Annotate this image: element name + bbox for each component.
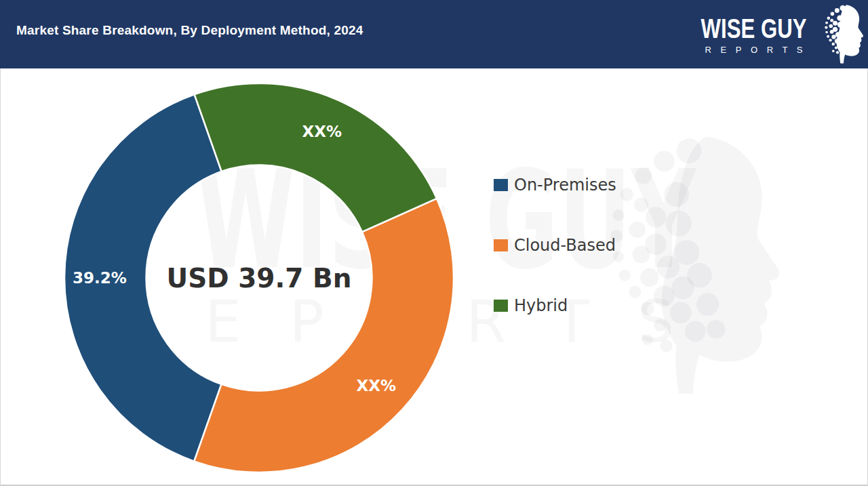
logo-subtext: R E P O R T S: [702, 45, 806, 55]
slice-percentage-label: XX%: [302, 123, 342, 140]
legend-swatch: [494, 179, 508, 191]
legend-swatch: [494, 239, 508, 251]
chart-legend: On-PremisesCloud-BasedHybrid: [494, 176, 616, 357]
logo-wordmark: WISE GUY: [701, 15, 807, 43]
wise-guy-logo: WISE GUY R E P O R T S: [684, 3, 864, 66]
donut-center-value: USD 39.7 Bn: [167, 263, 352, 293]
legend-label: On-Premises: [514, 177, 616, 193]
report-page: WISE GUY R E P O R T S Market Share Brea…: [0, 0, 868, 488]
donut-slice-cloud-based: [194, 199, 454, 472]
donut-chart-svg: 39.2%XX%XX%USD 39.7 Bn: [61, 80, 457, 476]
legend-item-hybrid: Hybrid: [494, 297, 616, 314]
header-bar: Market Share Breakdown, By Deployment Me…: [0, 0, 868, 68]
legend-label: Hybrid: [514, 298, 568, 314]
wise-guy-face-icon: [821, 3, 864, 66]
legend-item-cloud-based: Cloud-Based: [494, 237, 616, 254]
slice-percentage-label: 39.2%: [73, 269, 127, 287]
logo-text: WISE GUY R E P O R T S: [684, 15, 823, 55]
slice-percentage-label: XX%: [356, 377, 396, 394]
donut-chart: 39.2%XX%XX%USD 39.7 Bn: [61, 80, 457, 476]
legend-label: Cloud-Based: [514, 237, 616, 253]
chart-title: Market Share Breakdown, By Deployment Me…: [16, 23, 363, 38]
donut-slice-hybrid: [195, 83, 437, 232]
legend-item-on-premises: On-Premises: [494, 176, 616, 194]
legend-swatch: [494, 300, 508, 312]
